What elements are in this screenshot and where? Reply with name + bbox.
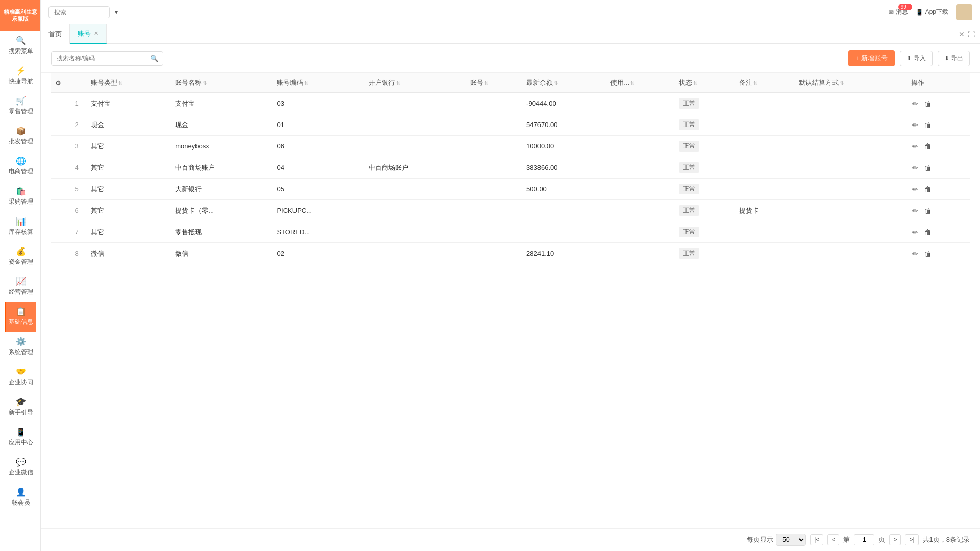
- topbar-dropdown[interactable]: ▾: [115, 9, 118, 16]
- sidebar-item-purchase-mgmt[interactable]: 🛍️采购管理: [5, 181, 36, 211]
- edit-btn-6[interactable]: ✏: [911, 206, 919, 216]
- inventory-calc-icon: 📊: [16, 216, 26, 226]
- row-remark-8: [735, 243, 795, 264]
- col-account-name[interactable]: 账号名称⇅: [171, 73, 273, 93]
- delete-btn-6[interactable]: 🗑: [923, 206, 933, 216]
- sidebar-item-finance-mgmt[interactable]: 💰资金管理: [5, 241, 36, 271]
- tab-account[interactable]: 账号 ✕: [70, 24, 107, 44]
- col-account-no[interactable]: 账号⇅: [466, 73, 522, 93]
- delete-btn-7[interactable]: 🗑: [923, 227, 933, 237]
- sidebar-item-search-menu[interactable]: 🔍搜索菜单: [5, 31, 36, 61]
- prev-page-btn[interactable]: <: [827, 534, 839, 545]
- sidebar-item-retail-mgmt[interactable]: 🛒零售管理: [5, 91, 36, 121]
- tab-home-label: 首页: [48, 30, 62, 39]
- row-balance-7: [522, 221, 606, 243]
- col-latest-balance[interactable]: 最新余额⇅: [522, 73, 606, 93]
- phone-icon: 📱: [916, 9, 923, 16]
- delete-btn-2[interactable]: 🗑: [923, 120, 933, 130]
- edit-btn-8[interactable]: ✏: [911, 248, 919, 259]
- row-remark-1: [735, 93, 795, 114]
- topbar-app-btn[interactable]: 📱 App下载: [916, 8, 948, 16]
- import-button[interactable]: ⬆ 导入: [900, 51, 932, 66]
- delete-btn-8[interactable]: 🗑: [923, 248, 933, 259]
- col-gear[interactable]: ⚙: [51, 73, 66, 93]
- table-row: 4 其它 中百商场账户 04 中百商场账户 383866.00 正常 ✏ 🗑: [51, 157, 970, 179]
- edit-btn-5[interactable]: ✏: [911, 184, 919, 194]
- topbar-msg-btn[interactable]: ✉ 消息 99+: [889, 8, 908, 16]
- sidebar-item-enterprise-agreement[interactable]: 🤝企业协同: [5, 362, 36, 392]
- delete-btn-3[interactable]: 🗑: [923, 141, 933, 152]
- sidebar-item-inventory-calc[interactable]: 📊库存核算: [5, 211, 36, 241]
- topbar-search-input[interactable]: [48, 6, 110, 18]
- sidebar-item-new-guide[interactable]: 🎓新手引导: [5, 392, 36, 422]
- sidebar-item-ecommerce-mgmt[interactable]: 🌐电商管理: [5, 151, 36, 181]
- sidebar-item-app-center[interactable]: 📱应用中心: [5, 422, 36, 452]
- sidebar-label-operation-mgmt: 经营管理: [9, 288, 33, 296]
- row-remark-4: [735, 157, 795, 179]
- row-account-no-5: [466, 179, 522, 200]
- table-container: ⚙ 账号类型⇅ 账号名称⇅ 账号编码⇅ 开户银行⇅ 账号⇅ 最新余额⇅ 使用..…: [41, 73, 980, 528]
- table-row: 7 其它 零售抵现 STORED... 正常 ✏ 🗑: [51, 221, 970, 243]
- delete-btn-1[interactable]: 🗑: [923, 98, 933, 109]
- row-gear-6: [51, 200, 66, 221]
- row-code-4: 04: [273, 157, 364, 179]
- fullscreen-icon[interactable]: ⛶: [968, 30, 975, 38]
- finance-mgmt-icon: 💰: [16, 246, 26, 256]
- tab-panel-close-icon[interactable]: ✕: [959, 30, 965, 38]
- export-button[interactable]: ⬇ 导出: [938, 51, 970, 66]
- row-index-1: 1: [66, 93, 87, 114]
- col-default-settlement[interactable]: 默认结算方式⇅: [795, 73, 907, 93]
- col-usage[interactable]: 使用...⇅: [606, 73, 674, 93]
- sidebar-item-enterprise-wechat[interactable]: 💬企业微信: [5, 452, 36, 482]
- edit-btn-1[interactable]: ✏: [911, 98, 919, 109]
- row-code-7: STORED...: [273, 221, 364, 243]
- sidebar-label-purchase-mgmt: 采购管理: [9, 197, 33, 206]
- search-button[interactable]: 🔍: [146, 52, 163, 65]
- col-bank[interactable]: 开户银行⇅: [364, 73, 466, 93]
- row-settlement-2: [795, 114, 907, 136]
- tab-account-close[interactable]: ✕: [94, 30, 99, 37]
- row-bank-3: [364, 136, 466, 157]
- row-gear-1: [51, 93, 66, 114]
- delete-btn-4[interactable]: 🗑: [923, 163, 933, 173]
- sidebar-item-operation-mgmt[interactable]: 📈经营管理: [5, 271, 36, 302]
- tab-home[interactable]: 首页: [41, 24, 70, 44]
- col-remark[interactable]: 备注⇅: [735, 73, 795, 93]
- sidebar-logo: 精准赢利生意 乐赢版: [0, 0, 40, 31]
- row-index-8: 8: [66, 243, 87, 264]
- row-bank-2: [364, 114, 466, 136]
- page-number-input[interactable]: [854, 534, 874, 545]
- row-gear-3: [51, 136, 66, 157]
- sidebar-label-quick-nav: 快捷导航: [9, 77, 33, 86]
- row-usage-2: [606, 114, 674, 136]
- edit-btn-7[interactable]: ✏: [911, 227, 919, 237]
- row-type-5: 其它: [87, 179, 171, 200]
- search-input[interactable]: [52, 52, 146, 65]
- first-page-btn[interactable]: |<: [810, 534, 823, 545]
- col-status[interactable]: 状态⇅: [675, 73, 736, 93]
- delete-btn-5[interactable]: 🗑: [923, 184, 933, 194]
- row-status-6: 正常: [675, 200, 736, 221]
- sidebar-item-basic-info[interactable]: 📋基础信息: [5, 302, 36, 332]
- edit-btn-3[interactable]: ✏: [911, 141, 919, 152]
- col-account-type[interactable]: 账号类型⇅: [87, 73, 171, 93]
- user-avatar[interactable]: [956, 4, 972, 20]
- sidebar-item-system-mgmt[interactable]: ⚙️系统管理: [5, 332, 36, 362]
- row-action-1: ✏ 🗑: [907, 93, 970, 114]
- row-name-4: 中百商场账户: [171, 157, 273, 179]
- sidebar-item-wholesale-mgmt[interactable]: 📦批发管理: [5, 121, 36, 151]
- search-menu-icon: 🔍: [16, 36, 26, 45]
- edit-btn-2[interactable]: ✏: [911, 120, 919, 130]
- next-page-btn[interactable]: >: [889, 534, 901, 545]
- sidebar-item-member[interactable]: 👤畅会员: [5, 482, 36, 512]
- last-page-btn[interactable]: >|: [905, 534, 918, 545]
- col-account-code[interactable]: 账号编码⇅: [273, 73, 364, 93]
- table-row: 1 支付宝 支付宝 03 -90444.00 正常 ✏ 🗑: [51, 93, 970, 114]
- sidebar-item-quick-nav[interactable]: ⚡快捷导航: [5, 61, 36, 91]
- sidebar-label-app-center: 应用中心: [9, 438, 33, 447]
- enterprise-agreement-icon: 🤝: [16, 367, 26, 377]
- per-page-select[interactable]: 50 100 200: [776, 534, 806, 546]
- add-account-button[interactable]: + 新增账号: [848, 50, 895, 66]
- topbar-app-label: App下载: [925, 8, 948, 16]
- edit-btn-4[interactable]: ✏: [911, 163, 919, 173]
